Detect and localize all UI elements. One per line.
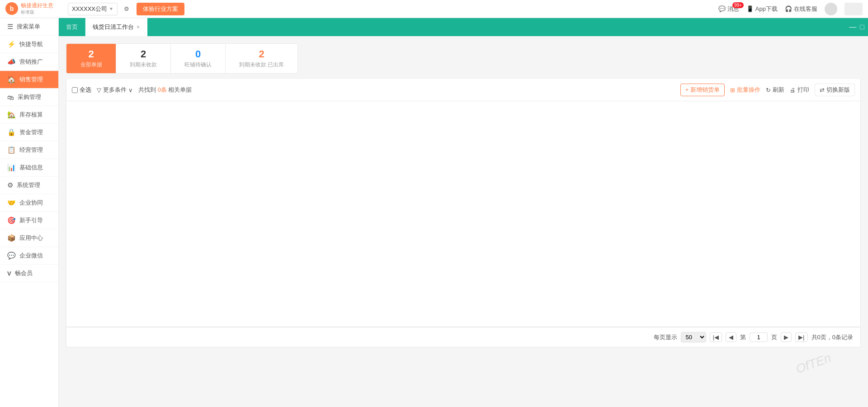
filter-icon: ▽	[97, 87, 101, 94]
sidebar-item-corp-collab[interactable]: 🤝 企业协同	[0, 194, 58, 212]
quick-nav-icon: ⚡	[7, 40, 16, 48]
stat-tab-overdue[interactable]: 2 到期未收款	[116, 44, 171, 73]
batch-label: 批量操作	[737, 86, 760, 94]
found-text: 共找到 0条 相关单据	[138, 86, 192, 94]
app-download-label: App下载	[755, 5, 778, 13]
beginner-icon: 🎯	[7, 216, 16, 225]
found-suffix: 相关单据	[168, 86, 192, 93]
trial-button[interactable]: 体验行业方案	[137, 3, 184, 15]
new-sales-order-button[interactable]: + 新增销货单	[680, 84, 725, 96]
sidebar-item-purchase-mgmt[interactable]: 🛍 采购管理	[0, 89, 58, 106]
sidebar-item-label: 新手引导	[19, 216, 43, 225]
corp-collab-icon: 🤝	[7, 199, 16, 207]
chevron-down-icon: ∨	[128, 87, 133, 94]
sidebar-item-search-menu[interactable]: ☰ 搜索菜单	[0, 18, 58, 36]
per-page-select[interactable]: 50 10 20 100	[681, 332, 706, 342]
table-area	[66, 101, 861, 327]
sidebar-item-label: 经营管理	[19, 146, 43, 154]
toolbar: 全选 ▽ 更多条件 ∨ 共找到 0条 相关单据 + 新增销货单 ⊞ 批量操作 ↻…	[66, 79, 861, 101]
sidebar-item-label: 基础信息	[19, 164, 43, 172]
found-count: 0条	[158, 86, 167, 93]
current-page-input[interactable]	[750, 332, 768, 342]
settings-button[interactable]: ⚙	[120, 3, 133, 15]
tab-workbench[interactable]: 钱货日清工作台 ×	[85, 18, 147, 36]
stat-num-overdue-out: 2	[239, 48, 284, 60]
stat-num-overdue: 2	[130, 48, 157, 60]
batch-operation-button[interactable]: ⊞ 批量操作	[730, 86, 760, 94]
header-right: 💬 消息 99+ 📱 App下载 🎧 在线客服	[718, 3, 863, 15]
select-all-input[interactable]	[72, 87, 78, 93]
refresh-icon: ↻	[766, 87, 771, 94]
page-label: 第	[740, 333, 746, 342]
tab-home[interactable]: 首页	[59, 18, 85, 36]
sidebar-item-basic-info[interactable]: 📊 基础信息	[0, 159, 58, 177]
sys-mgmt-icon: ⚙	[7, 181, 13, 189]
next-page-button[interactable]: ▶	[781, 332, 792, 342]
company-name: XXXXXX公司	[72, 5, 107, 13]
sidebar-item-sys-mgmt[interactable]: ⚙ 系统管理	[0, 177, 58, 194]
online-service-button[interactable]: 🎧 在线客服	[785, 5, 817, 13]
purchase-icon: 🛍	[7, 94, 14, 101]
main-content: 2 全部单据 2 到期未收款 0 旺铺待确认 2 到期未收款 已出库 全选 ▽ …	[59, 36, 868, 407]
switch-icon: ⇄	[820, 87, 825, 94]
select-all-label: 全选	[80, 86, 91, 94]
tab-maximize-button[interactable]: □	[860, 23, 864, 31]
sidebar-item-marketing[interactable]: 📣 营销推广	[0, 53, 58, 71]
sidebar-item-inventory[interactable]: 🏡 库存核算	[0, 106, 58, 124]
switch-label: 切换新版	[826, 86, 850, 94]
user-name-btn[interactable]	[844, 3, 863, 15]
prev-page-button[interactable]: ◀	[726, 332, 736, 342]
online-service-label: 在线客服	[794, 5, 817, 13]
message-icon: 💬	[718, 5, 726, 12]
corp-wechat-icon: 💬	[7, 252, 16, 260]
filter-button[interactable]: ▽ 更多条件 ∨	[97, 86, 133, 94]
stat-tab-all[interactable]: 2 全部单据	[66, 44, 116, 73]
sidebar-item-vip[interactable]: V 畅会员	[0, 265, 58, 282]
tab-close-icon[interactable]: ×	[137, 24, 140, 30]
stat-tab-pending[interactable]: 0 旺铺待确认	[171, 44, 226, 73]
sidebar-item-finance[interactable]: 🔒 资金管理	[0, 124, 58, 141]
logo-icon: b	[5, 2, 18, 15]
logo-char: b	[10, 5, 14, 12]
toolbar-left: 全选 ▽ 更多条件 ∨ 共找到 0条 相关单据	[72, 86, 192, 94]
vip-icon: V	[7, 270, 11, 277]
select-all-checkbox[interactable]: 全选	[72, 86, 91, 94]
switch-version-button[interactable]: ⇄ 切换新版	[815, 84, 855, 96]
app-download-button[interactable]: 📱 App下载	[746, 5, 778, 13]
sidebar-item-label: 企业微信	[19, 252, 43, 260]
batch-icon: ⊞	[730, 87, 735, 94]
sidebar-item-sales-mgmt[interactable]: 🏠 销售管理	[0, 71, 58, 89]
sidebar-item-label: 系统管理	[17, 181, 40, 189]
sidebar-item-operations[interactable]: 📋 经营管理	[0, 141, 58, 159]
stat-label-pending: 旺铺待确认	[184, 61, 212, 69]
filter-label: 更多条件	[103, 86, 127, 94]
tab-minimize-button[interactable]: —	[849, 23, 856, 31]
inventory-icon: 🏡	[7, 111, 16, 119]
sidebar-item-app-center[interactable]: 📦 应用中心	[0, 229, 58, 247]
toolbar-right: + 新增销货单 ⊞ 批量操作 ↻ 刷新 🖨 打印 ⇄ 切换新版	[680, 84, 855, 96]
stat-tab-overdue-out[interactable]: 2 到期未收款 已出库	[226, 44, 297, 73]
first-page-button[interactable]: |◀	[710, 332, 722, 342]
stat-label-overdue-out: 到期未收款 已出库	[239, 61, 284, 69]
messages-button[interactable]: 💬 消息 99+	[718, 5, 739, 13]
sidebar-item-quick-nav[interactable]: ⚡ 快捷导航	[0, 36, 58, 53]
refresh-button[interactable]: ↻ 刷新	[766, 86, 784, 94]
found-prefix: 共找到	[138, 86, 156, 93]
sidebar-item-label: 快捷导航	[19, 40, 43, 48]
company-selector[interactable]: XXXXXX公司 ▼	[68, 3, 118, 15]
sidebar-item-beginner[interactable]: 🎯 新手引导	[0, 212, 58, 229]
stat-num-all: 2	[80, 48, 102, 60]
print-button[interactable]: 🖨 打印	[790, 86, 809, 94]
sidebar-item-label: 销售管理	[19, 75, 43, 84]
stat-num-pending: 0	[184, 48, 212, 60]
stat-tabs: 2 全部单据 2 到期未收款 0 旺铺待确认 2 到期未收款 已出库	[66, 43, 298, 74]
pagination: 每页显示 50 10 20 100 |◀ ◀ 第 页 ▶ ▶| 共0页，0条记录	[66, 327, 861, 347]
search-menu-icon: ☰	[7, 23, 13, 31]
operations-icon: 📋	[7, 146, 16, 154]
sidebar-item-corp-wechat[interactable]: 💬 企业微信	[0, 247, 58, 265]
last-page-button[interactable]: ▶|	[795, 332, 807, 342]
avatar[interactable]	[825, 3, 837, 15]
sidebar-item-label: 畅会员	[15, 269, 33, 277]
sidebar-item-label: 搜索菜单	[17, 23, 40, 31]
tab-bar: 首页 钱货日清工作台 × — □	[59, 18, 868, 36]
